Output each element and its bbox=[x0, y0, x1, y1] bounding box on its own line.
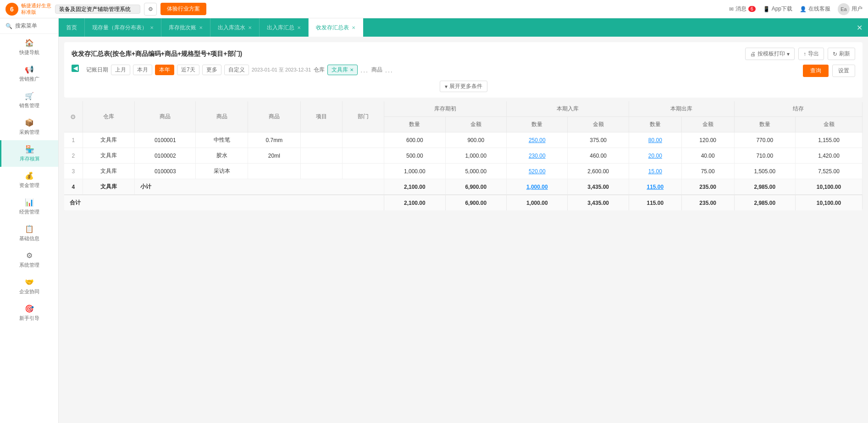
tab-close-inout-summary[interactable]: ✕ bbox=[297, 25, 301, 30]
sidebar-item-newbie[interactable]: 🎯 新手引导 bbox=[0, 300, 58, 326]
date-filter: 上月 本月 本年 近7天 更多 自定义 bbox=[111, 65, 249, 75]
row-warehouse: 文具库 bbox=[83, 148, 135, 164]
date-btn-custom[interactable]: 自定义 bbox=[224, 65, 249, 75]
sidebar-item-sales[interactable]: 🛒 销售管理 bbox=[0, 87, 58, 114]
subtotal-in-qty[interactable]: 1,000.00 bbox=[507, 179, 568, 195]
sidebar-item-purchase[interactable]: 📦 采购管理 bbox=[0, 114, 58, 140]
subtotal-out-qty[interactable]: 115.00 bbox=[629, 179, 681, 195]
total-out-qty: 115.00 bbox=[629, 195, 681, 210]
tab-inventory-dist[interactable]: 现存量（库存分布表） ✕ bbox=[85, 18, 161, 37]
tab-receive-send[interactable]: 收发存汇总表 ✕ bbox=[309, 18, 363, 37]
row-in-amt: 460.00 bbox=[568, 148, 629, 164]
sidebar-item-inventory[interactable]: 🏪 库存核算 bbox=[0, 140, 58, 167]
col-header-project: 项目 bbox=[300, 101, 342, 132]
col-in-qty: 数量 bbox=[507, 117, 568, 132]
row-out-qty[interactable]: 20.00 bbox=[629, 148, 681, 164]
table-gear-icon[interactable]: ⚙ bbox=[70, 113, 76, 121]
subtotal-in-amt: 3,435.00 bbox=[568, 179, 629, 195]
tab-inout-summary-label: 出入库汇总 bbox=[267, 24, 294, 32]
sidebar-item-system[interactable]: ⚙ 系统管理 bbox=[0, 247, 58, 273]
row-in-qty[interactable]: 230.00 bbox=[507, 148, 568, 164]
tab-inout-flow-label: 出入库流水 bbox=[218, 24, 245, 32]
tab-inout-summary[interactable]: 出入库汇总 ✕ bbox=[260, 18, 309, 37]
setting-button[interactable]: 设置 bbox=[832, 65, 855, 77]
row-no: 3 bbox=[64, 164, 83, 179]
tab-inout-flow[interactable]: 出入库流水 ✕ bbox=[210, 18, 260, 37]
row-goods-spec: 0.7mm bbox=[248, 132, 300, 148]
total-in-qty: 1,000.00 bbox=[507, 195, 568, 210]
sidebar-search[interactable]: 🔍 搜索菜单 bbox=[0, 18, 58, 34]
tab-close-inventory-dist[interactable]: ✕ bbox=[150, 25, 154, 30]
date-btn-7days[interactable]: 近7天 bbox=[177, 65, 199, 75]
date-btn-this-month[interactable]: 本月 bbox=[133, 65, 152, 75]
row-out-qty[interactable]: 80.00 bbox=[629, 132, 681, 148]
user-action[interactable]: Ea 用户 bbox=[838, 3, 862, 15]
goods-more[interactable]: ... bbox=[385, 66, 393, 74]
date-range: 2023-01-01 至 2023-12-31 bbox=[252, 66, 311, 73]
sidebar-item-finance[interactable]: 💰 资金管理 bbox=[0, 167, 58, 193]
tab-home[interactable]: 首页 bbox=[59, 18, 85, 37]
row-opening-amt: 900.00 bbox=[445, 132, 506, 148]
tab-close-all[interactable]: ✕ bbox=[857, 23, 862, 32]
total-opening-qty: 2,100.00 bbox=[384, 195, 445, 210]
row-out-amt: 40.00 bbox=[681, 148, 734, 164]
row-out-qty[interactable]: 15.00 bbox=[629, 164, 681, 179]
header-actions: 🖨 按模板打印 ▾ ↑ 导出 ↻ 刷新 bbox=[745, 48, 855, 60]
date-btn-more[interactable]: 更多 bbox=[202, 65, 221, 75]
settings-button[interactable]: ⚙ bbox=[144, 3, 157, 16]
table-row: 1 文具库 0100001 中性笔 0.7mm 600.00 900.00 25… bbox=[64, 132, 862, 148]
row-in-qty[interactable]: 520.00 bbox=[507, 164, 568, 179]
table-settings-header[interactable]: ⚙ bbox=[64, 101, 83, 132]
sidebar-item-marketing[interactable]: 📢 营销推广 bbox=[0, 60, 58, 87]
base-info-icon: 📋 bbox=[25, 225, 34, 233]
sidebar-item-operations[interactable]: 📊 经营管理 bbox=[0, 193, 58, 220]
date-btn-this-year[interactable]: 本年 bbox=[155, 65, 174, 75]
system-selector[interactable]: 装备及固定资产辅助管理系统 bbox=[55, 5, 140, 14]
total-row: 合计 2,100.00 6,900.00 1,000.00 3,435.00 1… bbox=[64, 195, 862, 210]
date-btn-last-month[interactable]: 上月 bbox=[111, 65, 130, 75]
warehouse-more[interactable]: ... bbox=[360, 66, 369, 74]
sidebar-item-corp-collab[interactable]: 🤝 企业协同 bbox=[0, 273, 58, 300]
logo-area: 6 畅捷通好生意 标准版 bbox=[6, 3, 51, 16]
app-download-action[interactable]: 📱 App下载 bbox=[763, 5, 792, 13]
row-goods-name: 中性笔 bbox=[196, 132, 248, 148]
total-label: 合计 bbox=[64, 195, 384, 210]
tab-batch[interactable]: 库存批次账 ✕ bbox=[161, 18, 210, 37]
message-action[interactable]: ✉ 消息 6 bbox=[729, 5, 756, 13]
subtotal-opening-amt: 6,900.00 bbox=[445, 179, 506, 195]
tab-close-inout-flow[interactable]: ✕ bbox=[248, 25, 252, 30]
trial-button[interactable]: 体验行业方案 bbox=[160, 3, 206, 15]
tab-close-receive-send[interactable]: ✕ bbox=[352, 25, 355, 30]
row-closing-amt: 1,155.00 bbox=[796, 132, 862, 148]
row-dept bbox=[342, 148, 384, 164]
row-dept bbox=[342, 164, 384, 179]
logo-icon: 6 bbox=[6, 3, 18, 16]
row-project bbox=[300, 148, 342, 164]
warehouse-remove-btn[interactable]: ✕ bbox=[350, 67, 354, 72]
corp-icon: 🤝 bbox=[25, 278, 34, 286]
row-in-qty[interactable]: 250.00 bbox=[507, 132, 568, 148]
row-closing-amt: 7,525.00 bbox=[796, 164, 862, 179]
refresh-button[interactable]: ↻ 刷新 bbox=[828, 48, 855, 60]
date-label: 记账日期 bbox=[86, 66, 108, 74]
sidebar-item-quick-nav[interactable]: 🏠 快捷导航 bbox=[0, 34, 58, 60]
row-out-amt: 120.00 bbox=[681, 132, 734, 148]
system-icon: ⚙ bbox=[26, 251, 33, 260]
tab-close-batch[interactable]: ✕ bbox=[199, 25, 203, 30]
row-goods-code: 0100003 bbox=[135, 164, 196, 179]
online-service-action[interactable]: 👤 在线客服 bbox=[800, 5, 830, 13]
sidebar-item-base-info[interactable]: 📋 基础信息 bbox=[0, 220, 58, 247]
row-closing-qty: 710.00 bbox=[734, 148, 795, 164]
row-project bbox=[300, 132, 342, 148]
template-print-button[interactable]: 🖨 按模板打印 ▾ bbox=[745, 48, 795, 60]
row-goods-code: 0100002 bbox=[135, 148, 196, 164]
export-button[interactable]: ↑ 导出 bbox=[798, 48, 824, 60]
subtotal-label: 小计 bbox=[135, 179, 384, 195]
search-icon: 🔍 bbox=[6, 23, 12, 29]
row-goods-spec bbox=[248, 164, 300, 179]
filter-collapse-btn[interactable]: ◀ bbox=[72, 65, 79, 72]
expand-more-btn[interactable]: ▾ 展开更多条件 bbox=[440, 81, 487, 92]
row-opening-qty: 500.00 bbox=[384, 148, 445, 164]
query-button[interactable]: 查询 bbox=[803, 65, 829, 77]
col-closing-qty: 数量 bbox=[734, 117, 795, 132]
